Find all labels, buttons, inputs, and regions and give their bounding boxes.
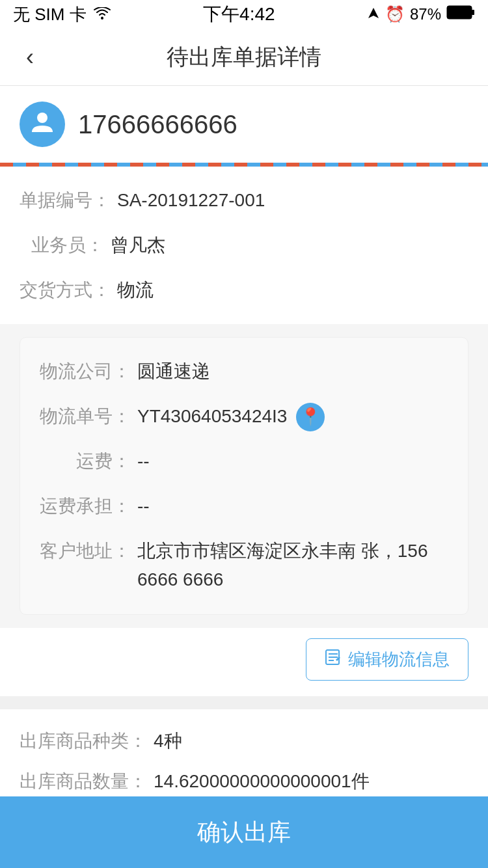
- svg-point-4: [37, 113, 47, 123]
- confirm-bar[interactable]: 确认出库: [0, 796, 488, 868]
- edit-logistics-label: 编辑物流信息: [348, 648, 450, 671]
- address-value: 北京市市辖区海淀区永丰南 张，156 6666 6666: [137, 537, 448, 595]
- avatar: [20, 102, 65, 147]
- edit-icon: [325, 649, 342, 670]
- battery-label: 87%: [410, 5, 441, 23]
- delivery-method-value: 物流: [117, 276, 468, 305]
- freight-bearer-row: 运费承担： --: [40, 492, 448, 521]
- delivery-method-label: 交货方式：: [20, 276, 117, 305]
- sales-person-row: 业务员： 曾凡杰: [20, 231, 468, 260]
- goods-types-label: 出库商品种类：: [20, 729, 154, 753]
- order-info-section: 单据编号： SA-20191227-001 业务员： 曾凡杰 交货方式： 物流: [0, 167, 488, 324]
- sales-person-value: 曾凡杰: [111, 231, 468, 260]
- order-number-row: 单据编号： SA-20191227-001: [20, 186, 468, 215]
- freight-row: 运费： --: [40, 447, 448, 476]
- svg-point-0: [101, 17, 103, 20]
- tracking-number-value: YT43064053424I3 📍: [137, 402, 448, 431]
- status-bar: 无 SIM 卡 下午4:42 ⏰ 87%: [0, 0, 488, 29]
- freight-label: 运费：: [40, 447, 137, 476]
- back-button[interactable]: ‹: [20, 37, 40, 77]
- customer-header: 17666666666: [0, 86, 488, 163]
- location-icon: [367, 5, 380, 23]
- status-time: 下午4:42: [203, 2, 275, 27]
- address-row: 客户地址： 北京市市辖区海淀区永丰南 张，156 6666 6666: [40, 537, 448, 595]
- page-title: 待出库单据详情: [167, 42, 321, 72]
- goods-quantity-label: 出库商品数量：: [20, 769, 154, 794]
- edit-logistics-button[interactable]: 编辑物流信息: [306, 638, 468, 681]
- carrier-label: 无 SIM 卡: [13, 3, 87, 26]
- goods-quantity-value: 14.62000000000000001件: [154, 769, 468, 794]
- svg-rect-3: [472, 10, 474, 15]
- tracking-location-button[interactable]: 📍: [296, 403, 325, 431]
- svg-rect-2: [447, 6, 472, 19]
- svg-marker-1: [368, 8, 379, 18]
- address-label: 客户地址：: [40, 537, 137, 566]
- wifi-icon: [93, 5, 111, 25]
- goods-quantity-row: 出库商品数量： 14.62000000000000001件: [20, 769, 468, 794]
- freight-value: --: [137, 447, 448, 476]
- nav-bar: ‹ 待出库单据详情: [0, 29, 488, 86]
- sales-person-label: 业务员：: [20, 231, 111, 260]
- battery-icon: [446, 5, 475, 23]
- customer-phone: 17666666666: [78, 110, 237, 139]
- edit-logistics-area: 编辑物流信息: [0, 628, 488, 696]
- status-right: ⏰ 87%: [367, 5, 475, 23]
- confirm-button-label: 确认出库: [197, 817, 291, 848]
- logistics-company-value: 圆通速递: [137, 357, 448, 387]
- order-number-value: SA-20191227-001: [117, 186, 468, 215]
- tracking-number-label: 物流单号：: [40, 402, 137, 431]
- logistics-company-label: 物流公司：: [40, 357, 137, 387]
- status-left: 无 SIM 卡: [13, 3, 111, 26]
- delivery-method-row: 交货方式： 物流: [20, 276, 468, 305]
- user-icon: [29, 109, 55, 141]
- freight-bearer-value: --: [137, 492, 448, 521]
- alarm-icon: ⏰: [385, 5, 405, 23]
- order-number-label: 单据编号：: [20, 186, 117, 215]
- logistics-card: 物流公司： 圆通速递 物流单号： YT43064053424I3 📍 运费： -…: [20, 337, 468, 615]
- logistics-company-row: 物流公司： 圆通速递: [40, 357, 448, 387]
- tracking-number-row: 物流单号： YT43064053424I3 📍: [40, 402, 448, 431]
- pin-icon: 📍: [300, 403, 321, 431]
- section-separator: [0, 696, 488, 709]
- goods-types-row: 出库商品种类： 4种: [20, 729, 468, 753]
- freight-bearer-label: 运费承担：: [40, 492, 137, 521]
- goods-types-value: 4种: [154, 729, 468, 753]
